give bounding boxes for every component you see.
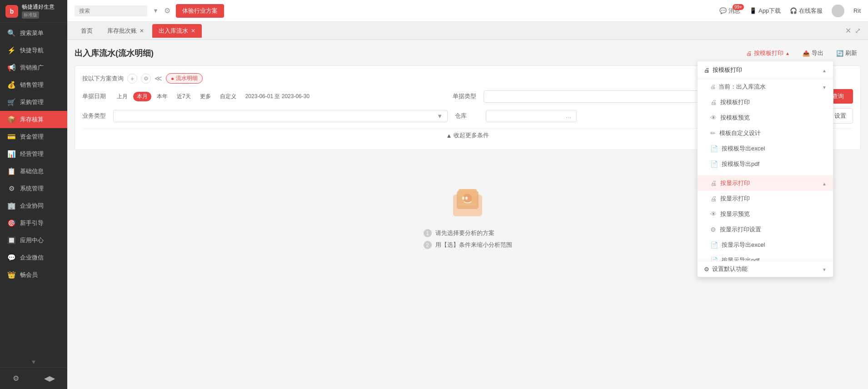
- tab-batch[interactable]: 库存批次账 ✕: [101, 24, 150, 38]
- dropdown-footer[interactable]: ⚙ 设置默认功能: [698, 261, 833, 277]
- dropdown-collapse-icon[interactable]: [822, 67, 827, 74]
- date-tab-custom[interactable]: 自定义: [216, 92, 240, 101]
- sidebar-item-inventory[interactable]: 📦库存核算: [0, 111, 67, 128]
- display-settings-icon: ⚙: [710, 226, 716, 233]
- svg-rect-5: [465, 197, 468, 199]
- dropdown-header: 🖨 按模板打印: [698, 61, 833, 79]
- search-input[interactable]: [75, 5, 147, 16]
- sidebar-item-wechat[interactable]: 💬企业微信: [0, 249, 67, 266]
- template-pdf-icon: 📄: [710, 160, 718, 168]
- sidebar-item-finance[interactable]: 💳资金管理: [0, 128, 67, 145]
- sidebar-item-operations[interactable]: 📊经营管理: [0, 145, 67, 163]
- tab-flow[interactable]: 出入库流水 ✕: [152, 24, 202, 38]
- topbar: ▼ ⚙ 体验行业方案 💬 消息 99+ 📱 App下载 🎧 在线客服 Rit: [67, 0, 868, 22]
- sidebar-item-marketing[interactable]: 📢营销推广: [0, 59, 67, 76]
- sidebar: b 畅捷通好生意 标准版 🔍搜索菜单⚡快捷导航📢营销推广💰销售管理🛒采购管理📦库…: [0, 0, 67, 389]
- empty-steps: 1 请先选择要分析的方案 2 用【选】条件来缩小分析范围: [424, 229, 512, 253]
- footer-chevron: [822, 266, 827, 273]
- sidebar-item-apps[interactable]: 🔲应用中心: [0, 232, 67, 249]
- sidebar-icon-system: ⚙: [7, 185, 15, 193]
- dropdown-item-display-excel[interactable]: 📄 按显示导出excel: [698, 237, 833, 253]
- warehouse-more[interactable]: …: [566, 113, 572, 120]
- filter-tag-label: 流水明细: [176, 75, 198, 82]
- dropdown-item-template-excel[interactable]: 📄 按模板导出excel: [698, 141, 833, 156]
- settings-icon[interactable]: ⚙: [10, 371, 22, 385]
- online-service-btn[interactable]: 🎧 在线客服: [790, 7, 823, 15]
- dropdown-item-display-section[interactable]: 🖨 按显示打印: [698, 175, 833, 191]
- sidebar-item-system[interactable]: ⚙系统管理: [0, 180, 67, 197]
- dropdown-item-display-settings[interactable]: ⚙ 按显示打印设置: [698, 222, 833, 237]
- flow-tab-close[interactable]: ✕: [191, 28, 195, 34]
- biztype-select[interactable]: ▼: [113, 110, 448, 122]
- filter-settings-btn[interactable]: ⚙: [141, 74, 151, 84]
- settings-gear-icon[interactable]: ⚙: [164, 6, 170, 15]
- export-btn[interactable]: 📤 导出: [799, 47, 827, 59]
- date-tab-current-year[interactable]: 本年: [153, 92, 171, 101]
- template-print-btn[interactable]: 🖨 按模板打印 ▲: [743, 47, 793, 59]
- sidebar-item-purchase[interactable]: 🛒采购管理: [0, 94, 67, 111]
- sidebar-item-quicknav[interactable]: ⚡快捷导航: [0, 42, 67, 59]
- dropdown-item-display-print[interactable]: 🖨 按显示打印: [698, 191, 833, 206]
- current-chevron: [822, 84, 827, 90]
- date-tab-current-month[interactable]: 本月: [133, 92, 151, 101]
- filter-add-btn[interactable]: +: [127, 74, 137, 84]
- sidebar-item-collab[interactable]: 🏢企业协同: [0, 197, 67, 214]
- window-close-btn[interactable]: ✕: [845, 26, 851, 35]
- date-field-label: 单据日期: [82, 92, 110, 100]
- date-tab-more[interactable]: 更多: [196, 92, 215, 101]
- collapse-icon[interactable]: ◀▶: [41, 371, 58, 385]
- biztype-label: 业务类型: [82, 112, 110, 120]
- sidebar-scroll-down[interactable]: ▼: [0, 357, 67, 367]
- sidebar-icon-inventory: 📦: [7, 115, 15, 124]
- tab-home[interactable]: 首页: [75, 24, 99, 38]
- sidebar-label-operations: 经营管理: [20, 150, 60, 158]
- app-download-label: App下载: [758, 7, 781, 15]
- sidebar-item-member[interactable]: 👑畅会员: [0, 266, 67, 284]
- industry-btn[interactable]: 体验行业方案: [176, 4, 224, 18]
- filter-collapse-btn[interactable]: ≪: [155, 74, 162, 83]
- date-tab-last7[interactable]: 近7天: [173, 92, 195, 101]
- dropdown-item-template-preview[interactable]: 👁 按模板预览: [698, 110, 833, 125]
- sidebar-item-search[interactable]: 🔍搜索菜单: [0, 25, 67, 42]
- dropdown-item-template-print[interactable]: 🖨 按模板打印: [698, 95, 833, 110]
- dropdown-current[interactable]: 🖨 当前：出入库流水: [698, 79, 833, 95]
- online-service-label: 在线客服: [799, 7, 823, 15]
- template-custom-icon: ✏: [710, 130, 716, 137]
- filter-tag[interactable]: ● 流水明细: [166, 73, 203, 84]
- sidebar-item-basic[interactable]: 📋基础信息: [0, 163, 67, 180]
- dropdown-header-label: 按模板打印: [713, 66, 742, 74]
- warehouse-select[interactable]: …: [486, 110, 577, 122]
- filter-biztype-group: 业务类型 ▼: [82, 110, 448, 122]
- window-maximize-btn[interactable]: ⤢: [855, 26, 861, 35]
- app-download-btn[interactable]: 📱 App下载: [749, 7, 781, 15]
- user-avatar[interactable]: [832, 5, 844, 17]
- sidebar-label-apps: 应用中心: [20, 236, 60, 244]
- dropdown-item-display-pdf[interactable]: 📄 按显示导出pdf: [698, 253, 833, 261]
- current-printer-icon: 🖨: [710, 84, 716, 90]
- sidebar-label-guide: 新手引导: [20, 219, 60, 227]
- sidebar-label-basic: 基础信息: [20, 167, 60, 175]
- search-chevron-icon[interactable]: ▼: [153, 7, 159, 14]
- template-print-item-icon: 🖨: [710, 99, 717, 106]
- sidebar-icon-operations: 📊: [7, 150, 15, 158]
- refresh-btn[interactable]: 🔄 刷新: [833, 47, 861, 59]
- display-print-icon: 🖨: [710, 195, 717, 202]
- sidebar-label-search: 搜索菜单: [20, 29, 60, 37]
- dropdown-item-template-custom[interactable]: ✏ 模板自定义设计: [698, 125, 833, 141]
- dropdown-item-template-pdf[interactable]: 📄 按模板导出pdf: [698, 156, 833, 172]
- sidebar-icon-basic: 📋: [7, 167, 15, 175]
- page-header: 出入库流水(流水明细) 🖨 按模板打印 ▲ 📤 导出 🔄 刷新: [75, 47, 861, 59]
- topbar-right: 💬 消息 99+ 📱 App下载 🎧 在线客服 Rit: [719, 5, 861, 17]
- message-btn[interactable]: 💬 消息 99+: [719, 7, 740, 15]
- sidebar-item-guide[interactable]: 🎯新手引导: [0, 214, 67, 232]
- biztype-chevron: ▼: [437, 113, 443, 120]
- dropdown-item-display-preview[interactable]: 👁 按显示预览: [698, 206, 833, 222]
- batch-tab-close[interactable]: ✕: [140, 28, 144, 34]
- sidebar-label-system: 系统管理: [20, 185, 60, 193]
- refresh-icon: 🔄: [836, 50, 843, 57]
- logo-name: 畅捷通好生意: [22, 4, 55, 11]
- date-tab-last-month[interactable]: 上月: [113, 92, 131, 101]
- filter-label: 按以下方案查询: [82, 75, 124, 83]
- sidebar-icon-purchase: 🛒: [7, 98, 15, 106]
- sidebar-item-sales[interactable]: 💰销售管理: [0, 76, 67, 94]
